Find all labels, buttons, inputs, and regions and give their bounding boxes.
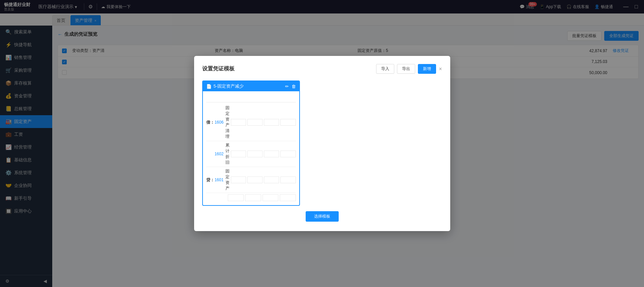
template-entry-1: 借： 1606 固定资产清理 — [206, 104, 296, 141]
entry1-col1 — [231, 119, 246, 126]
modal-actions: 导入 导出 新增 — [376, 64, 436, 74]
template-delete-icon[interactable]: 🗑 — [292, 84, 296, 89]
template-edit-icon[interactable]: ✏ — [285, 84, 289, 89]
template-card-header-left: 📄 5-固定资产减少 — [206, 83, 244, 89]
template-doc-icon: 📄 — [206, 84, 212, 89]
entry2-col3 — [264, 151, 279, 157]
entry2-col1 — [231, 151, 246, 157]
entry1-col3 — [264, 119, 279, 126]
modal-close-btn[interactable]: × — [439, 66, 442, 72]
col-header-3 — [263, 95, 278, 101]
entry1-direction: 借： — [206, 120, 215, 125]
template-card-body: 借： 1606 固定资产清理 1602 累计折旧 — [203, 91, 299, 205]
template-card-header-actions: ✏ 🗑 — [285, 84, 296, 89]
entry4-col2 — [245, 194, 261, 201]
entry3-direction: 贷： — [206, 177, 215, 183]
modal-title: 设置凭证模板 — [202, 65, 235, 72]
entry4-col4 — [280, 194, 296, 201]
template-card-header: 📄 5-固定资产减少 ✏ 🗑 — [203, 81, 299, 91]
template-card-title: 5-固定资产减少 — [214, 83, 244, 89]
entry1-col4 — [280, 119, 296, 126]
select-btn-container: 选择模板 — [202, 211, 442, 222]
select-template-btn[interactable]: 选择模板 — [306, 211, 339, 222]
entry1-code: 1606 — [215, 120, 225, 125]
template-entry-3: 贷： 1601 固定资产 — [206, 167, 296, 193]
entry3-col4 — [280, 177, 296, 183]
entry2-col2 — [247, 151, 263, 157]
entry3-col2 — [247, 177, 263, 183]
entry4-col3 — [263, 194, 278, 201]
entry3-col3 — [264, 177, 279, 183]
entry2-code: 1602 — [215, 152, 225, 156]
col-header-2 — [245, 95, 261, 101]
entry3-code: 1601 — [215, 178, 225, 182]
template-card-1: 📄 5-固定资产减少 ✏ 🗑 — [202, 81, 300, 206]
entry2-name: 累计折旧 — [225, 142, 229, 165]
entry2-col4 — [280, 151, 296, 157]
template-entry-2: 1602 累计折旧 — [206, 141, 296, 167]
entry3-name: 固定资产 — [225, 168, 229, 191]
entry3-col1 — [231, 177, 246, 183]
new-template-btn[interactable]: 新增 — [418, 64, 436, 74]
template-list: 📄 5-固定资产减少 ✏ 🗑 — [202, 81, 442, 206]
entry4-col1 — [228, 194, 244, 201]
export-btn[interactable]: 导出 — [397, 64, 415, 74]
import-btn[interactable]: 导入 — [376, 64, 394, 74]
voucher-template-modal: 设置凭证模板 导入 导出 新增 × 📄 5-固定资产减少 ✏ 🗑 — [194, 56, 450, 231]
template-entry-4 — [206, 193, 296, 202]
entry1-name: 固定资产清理 — [225, 105, 229, 139]
modal-header: 设置凭证模板 导入 导出 新增 × — [202, 64, 442, 74]
col-header-1 — [228, 95, 244, 101]
col-header-4 — [280, 95, 296, 101]
entry1-col2 — [247, 119, 263, 126]
